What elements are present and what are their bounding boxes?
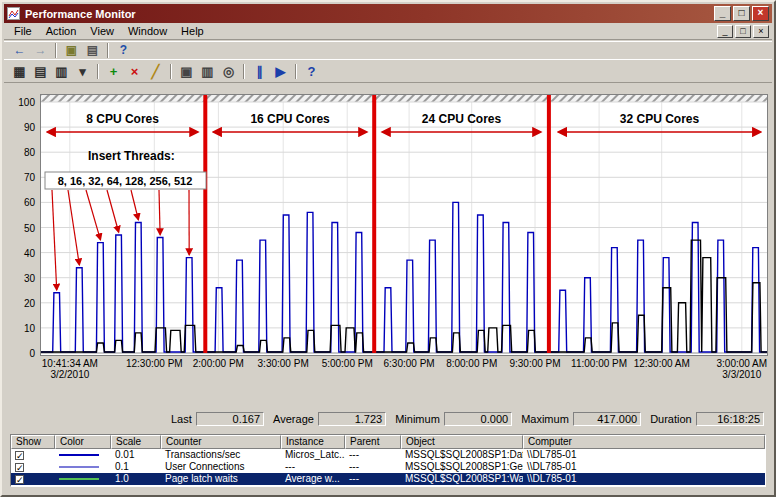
stat-label-last: Last	[162, 413, 196, 425]
show-console-tree-button[interactable]: ▣	[61, 43, 82, 58]
color-swatch	[59, 478, 99, 480]
freeze-display-button[interactable]: ∥	[249, 62, 270, 81]
scale-cell: 0.1	[111, 461, 161, 473]
legend-column-instance[interactable]: Instance	[281, 435, 345, 449]
x-axis-dates: 3/2/20103/3/2010	[10, 369, 772, 380]
legend-column-color[interactable]: Color	[55, 435, 111, 449]
stat-value-minimum: 0.000	[444, 412, 512, 426]
toolbar-separator	[295, 64, 297, 79]
mdi-minimize-button[interactable]: _	[717, 25, 733, 38]
paste-counter-list-button[interactable]: ▥	[197, 62, 218, 81]
color-cell	[55, 461, 111, 473]
copy-properties-button[interactable]: ▣	[176, 62, 197, 81]
help-button[interactable]: ?	[113, 43, 134, 58]
view-log-data-button[interactable]: ▤	[30, 62, 51, 81]
svg-text:Insert Threads:: Insert Threads:	[88, 149, 175, 163]
menu-window[interactable]: Window	[121, 24, 174, 38]
toolbar-separator	[55, 43, 57, 58]
y-tick-label: 90	[24, 122, 35, 133]
color-swatch	[59, 454, 99, 456]
x-tick-label: 5:00:00 PM	[322, 358, 373, 369]
show-checkbox[interactable]: ✓	[15, 475, 24, 484]
title-bar[interactable]: Performance Monitor _ □ ×	[4, 4, 772, 23]
close-button[interactable]: ×	[752, 6, 769, 21]
x-tick-label: 12:30:00 PM	[126, 358, 183, 369]
y-axis-labels: 1009080706050403020100	[10, 86, 38, 361]
update-data-button[interactable]: ▶	[270, 62, 291, 81]
toolbar-separator	[170, 64, 172, 79]
value-bar: Last0.167Average1.723Minimum0.000Maximum…	[162, 411, 764, 427]
menu-bar: FileActionViewWindowHelp _ □ ×	[4, 23, 772, 40]
forward-button[interactable]: →	[30, 43, 51, 58]
parent-cell: ---	[345, 461, 401, 473]
legend-row[interactable]: ✓0.1User Connections------MSSQL$SQL2008S…	[11, 461, 765, 473]
chart-help-button[interactable]: ?	[301, 62, 322, 81]
mdi-close-button[interactable]: ×	[753, 25, 769, 38]
change-graph-type-dropdown[interactable]: ▾	[72, 62, 93, 81]
computer-cell: \\DL785-01	[523, 473, 765, 485]
delete-counter-button[interactable]: ×	[124, 62, 145, 81]
stat-label-maximum: Maximum	[512, 413, 573, 425]
counter-cell: Page latch waits	[161, 473, 281, 485]
zoom-button[interactable]: ◎	[218, 62, 239, 81]
computer-cell: \\DL785-01	[523, 449, 765, 461]
x-tick-label: 3:30:00 PM	[258, 358, 309, 369]
legend-column-computer[interactable]: Computer	[523, 435, 765, 449]
color-swatch	[59, 466, 99, 468]
add-counter-button[interactable]: +	[103, 62, 124, 81]
highlight-button[interactable]: ╱	[145, 62, 166, 81]
legend-row[interactable]: ✓0.01Transactions/secMicros_Latc...---MS…	[11, 449, 765, 461]
show-cell: ✓	[11, 461, 55, 473]
show-checkbox[interactable]: ✓	[15, 451, 24, 460]
stat-value-maximum: 417.000	[573, 412, 641, 426]
back-button[interactable]: ←	[9, 43, 30, 58]
color-cell	[55, 473, 111, 485]
legend-column-parent[interactable]: Parent	[345, 435, 401, 449]
legend-header: ShowColorScaleCounterInstanceParentObjec…	[11, 435, 765, 449]
view-current-activity-button[interactable]: ▦	[9, 62, 30, 81]
svg-text:32 CPU Cores: 32 CPU Cores	[620, 112, 700, 126]
menu-help[interactable]: Help	[174, 24, 211, 38]
y-tick-label: 100	[18, 97, 35, 108]
mdi-restore-button[interactable]: □	[735, 25, 751, 38]
show-checkbox[interactable]: ✓	[15, 463, 24, 472]
stat-label-average: Average	[264, 413, 318, 425]
chart-toolbar: ▦▤▥▾+×╱▣▥◎∥▶?	[4, 59, 772, 83]
chart-panel: 1009080706050403020100 8 CPU Cores16 CPU…	[10, 86, 772, 386]
toolbar-separator	[107, 43, 109, 58]
object-cell: MSSQL$SQL2008SP1:Gener...	[401, 461, 523, 473]
legend-row[interactable]: ✓1.0Page latch waitsAverage w...---MSSQL…	[11, 473, 765, 485]
legend-column-show[interactable]: Show	[11, 435, 55, 449]
color-cell	[55, 449, 111, 461]
y-tick-label: 70	[24, 172, 35, 183]
y-tick-label: 20	[24, 298, 35, 309]
menu-file[interactable]: File	[7, 24, 39, 38]
object-cell: MSSQL$SQL2008SP1:Datab...	[401, 449, 523, 461]
x-tick-label: 9:30:00 PM	[509, 358, 560, 369]
svg-text:8, 16, 32, 64, 128, 256, 512: 8, 16, 32, 64, 128, 256, 512	[58, 175, 193, 187]
x-axis-labels: 10:41:34 AM12:30:00 PM2:00:00 PM3:30:00 …	[10, 358, 772, 369]
legend-column-scale[interactable]: Scale	[111, 435, 161, 449]
toolbar-separator	[243, 64, 245, 79]
svg-text:8 CPU Cores: 8 CPU Cores	[86, 112, 159, 126]
export-list-button[interactable]: ▤	[82, 43, 103, 58]
legend-column-object[interactable]: Object	[401, 435, 523, 449]
instance-cell: Average w...	[281, 473, 345, 485]
y-tick-label: 80	[24, 147, 35, 158]
legend-column-counter[interactable]: Counter	[161, 435, 281, 449]
maximize-button[interactable]: □	[733, 6, 750, 21]
legend-body: ✓0.01Transactions/secMicros_Latc...---MS…	[11, 449, 765, 485]
y-tick-label: 40	[24, 248, 35, 259]
menu-action[interactable]: Action	[39, 24, 84, 38]
performance-monitor-window: Performance Monitor _ □ × FileActionView…	[0, 0, 776, 497]
main-toolbar: ←→▣▤?	[4, 41, 772, 58]
x-date-label: 3/3/2010	[722, 369, 761, 380]
x-tick-label: 10:41:34 AM	[42, 358, 98, 369]
stat-label-duration: Duration	[641, 413, 696, 425]
counter-cell: User Connections	[161, 461, 281, 473]
minimize-button[interactable]: _	[714, 6, 731, 21]
object-cell: MSSQL$SQL2008SP1:Wait S...	[401, 473, 523, 485]
menu-view[interactable]: View	[83, 24, 121, 38]
change-graph-type-button[interactable]: ▥	[51, 62, 72, 81]
stat-label-minimum: Minimum	[386, 413, 444, 425]
